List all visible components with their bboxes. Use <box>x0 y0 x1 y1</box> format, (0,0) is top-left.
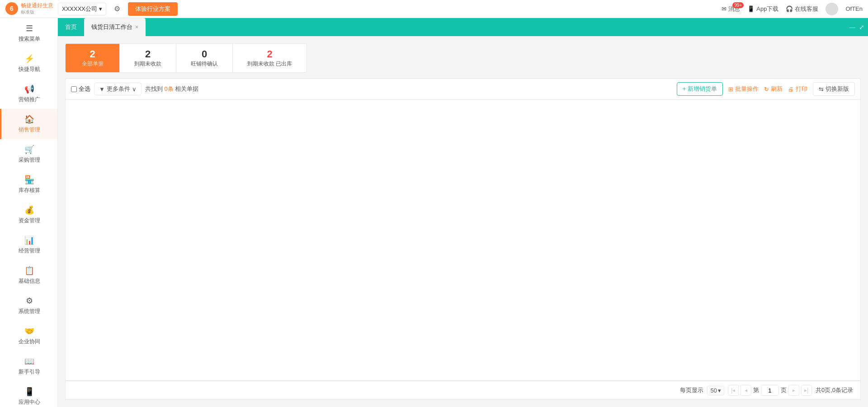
guide-label: 新手引导 <box>19 368 40 376</box>
tab-bar: 首页 钱货日清工作台 × — ⤢ <box>58 18 868 36</box>
stat-label-1: 到期未收款 <box>134 60 161 68</box>
app-download-button[interactable]: 📱 App下载 <box>747 5 778 13</box>
trial-button[interactable]: 体验行业方案 <box>128 2 178 16</box>
print-button[interactable]: 🖨 打印 <box>788 85 807 93</box>
main-layout: ☰搜索菜单⚡快捷导航📢营销推广🏠销售管理🛒采购管理🏪库存核算💰资金管理📊经营管理… <box>0 18 868 407</box>
select-all-checkbox[interactable]: 全选 <box>71 85 90 93</box>
chevron-down-icon: ▾ <box>718 387 721 394</box>
chevron-down-icon: ▾ <box>99 5 102 12</box>
gear-icon: ⚙ <box>114 5 120 13</box>
stat-tab-3[interactable]: 2到期未收款 已出库 <box>233 44 307 72</box>
sales-label: 销售管理 <box>19 126 40 134</box>
sidebar-item-guide[interactable]: 📖新手引导 <box>0 351 57 381</box>
batch-action-button[interactable]: ⊞ 批量操作 <box>728 85 759 93</box>
batch-icon: ⊞ <box>728 86 733 93</box>
stat-tab-2[interactable]: 0旺铺待确认 <box>176 44 233 72</box>
pagination-bar: 每页显示 50 ▾ |◂ ◂ 第 页 ▸ ▸| 共0页,0条记录 <box>65 381 861 400</box>
stat-label-2: 旺铺待确认 <box>191 60 218 68</box>
finance-icon: 💰 <box>24 205 34 215</box>
avatar[interactable] <box>826 3 838 15</box>
sidebar: ☰搜索菜单⚡快捷导航📢营销推广🏠销售管理🛒采购管理🏪库存核算💰资金管理📊经营管理… <box>0 18 58 407</box>
tab-workbench[interactable]: 钱货日清工作台 × <box>84 18 146 36</box>
close-tab-icon[interactable]: × <box>135 24 138 30</box>
content-area: 首页 钱货日清工作台 × — ⤢ 2全部单据2到期未收款0旺铺待确认2到期未收款… <box>58 18 868 407</box>
quick-nav-icon: ⚡ <box>24 54 34 64</box>
last-page-button[interactable]: ▸| <box>801 385 812 396</box>
sidebar-item-quick-nav[interactable]: ⚡快捷导航 <box>0 48 57 79</box>
table-area <box>65 100 861 381</box>
sidebar-item-system[interactable]: ⚙系统管理 <box>0 290 57 321</box>
print-icon: 🖨 <box>788 86 794 93</box>
online-service-button[interactable]: 🎧 在线客服 <box>786 5 818 13</box>
stat-label-0: 全部单据 <box>82 60 104 68</box>
logo-icon: 6 <box>5 2 18 15</box>
purchase-icon: 🛒 <box>24 145 34 154</box>
page-size-selector[interactable]: 50 ▾ <box>707 386 724 395</box>
guide-icon: 📖 <box>24 356 34 366</box>
sidebar-item-finance[interactable]: 💰资金管理 <box>0 200 57 230</box>
message-icon: ✉ <box>722 5 726 12</box>
stat-tab-0[interactable]: 2全部单据 <box>66 44 120 72</box>
app-center-icon: 📱 <box>24 387 34 397</box>
system-label: 系统管理 <box>19 308 40 315</box>
sidebar-item-basic-info[interactable]: 📋基础信息 <box>0 260 57 290</box>
company-selector[interactable]: XXXXXX公司 ▾ <box>58 3 106 15</box>
stat-label-3: 到期未收款 已出库 <box>247 60 292 68</box>
basic-info-label: 基础信息 <box>19 277 40 285</box>
top-bar-right: ✉ 消息 99+ 📱 App下载 🎧 在线客服 OfTEn <box>722 3 863 15</box>
next-page-button[interactable]: ▸ <box>788 385 799 396</box>
sidebar-item-sales[interactable]: 🏠销售管理 <box>0 109 57 139</box>
sidebar-item-app-center[interactable]: 📱应用中心 <box>0 381 57 407</box>
system-icon: ⚙ <box>26 296 33 306</box>
sidebar-item-cooperation[interactable]: 🤝企业协同 <box>0 321 57 351</box>
stat-num-0: 2 <box>90 48 95 60</box>
filter-button[interactable]: ▼ 更多条件 ∨ <box>94 83 142 95</box>
logo-text: 畅捷通好生意 <box>21 2 53 9</box>
stat-num-3: 2 <box>267 48 273 60</box>
refresh-button[interactable]: ↻ 刷新 <box>764 85 783 93</box>
logo-area: 6 畅捷通好生意 标准版 <box>5 2 53 15</box>
sales-icon: 🏠 <box>24 114 34 124</box>
sidebar-item-inventory[interactable]: 🏪库存核算 <box>0 169 57 200</box>
stat-num-1: 2 <box>145 48 151 60</box>
operations-icon: 📊 <box>24 235 34 245</box>
sidebar-item-search-menu[interactable]: ☰搜索菜单 <box>0 18 57 48</box>
inventory-label: 库存核算 <box>19 187 40 194</box>
page-input[interactable] <box>761 385 779 396</box>
first-page-button[interactable]: |◂ <box>728 385 739 396</box>
chevron-down-icon: ∨ <box>132 86 137 93</box>
stat-tab-1[interactable]: 2到期未收款 <box>120 44 176 72</box>
toolbar: 全选 ▼ 更多条件 ∨ 共找到 0条 相关单据 + 新增销货单 <box>65 78 861 100</box>
operations-label: 经营管理 <box>19 247 40 255</box>
tab-bar-actions: — ⤢ <box>849 23 868 31</box>
inventory-icon: 🏪 <box>24 175 34 185</box>
select-all-input[interactable] <box>71 86 77 92</box>
found-text: 共找到 0条 相关单据 <box>145 85 198 93</box>
page-nav: |◂ ◂ 第 页 ▸ ▸| <box>728 385 812 396</box>
switch-version-button[interactable]: ⇆ 切换新版 <box>813 82 855 96</box>
top-bar-left: 6 畅捷通好生意 标准版 XXXXXX公司 ▾ ⚙ 体验行业方案 <box>5 2 178 16</box>
messages-button[interactable]: ✉ 消息 99+ <box>722 5 740 13</box>
new-sales-order-button[interactable]: + 新增销货单 <box>677 82 723 96</box>
quick-nav-label: 快捷导航 <box>19 65 40 73</box>
sidebar-item-purchase[interactable]: 🛒采购管理 <box>0 139 57 169</box>
toolbar-right: + 新增销货单 ⊞ 批量操作 ↻ 刷新 🖨 打印 ⇆ <box>677 82 855 96</box>
prev-page-button[interactable]: ◂ <box>741 385 751 396</box>
maximize-icon[interactable]: ⤢ <box>859 23 864 31</box>
tab-home[interactable]: 首页 <box>58 18 84 36</box>
finance-label: 资金管理 <box>19 217 40 225</box>
switch-icon: ⇆ <box>819 86 824 93</box>
stat-num-2: 0 <box>202 48 207 60</box>
minimize-icon[interactable]: — <box>849 23 855 31</box>
app-center-label: 应用中心 <box>19 398 40 406</box>
search-menu-icon: ☰ <box>26 23 33 33</box>
purchase-label: 采购管理 <box>19 156 40 164</box>
sidebar-item-marketing[interactable]: 📢营销推广 <box>0 79 57 109</box>
marketing-icon: 📢 <box>24 84 34 94</box>
filter-icon: ▼ <box>99 86 105 93</box>
toolbar-left: 全选 ▼ 更多条件 ∨ 共找到 0条 相关单据 <box>71 83 673 95</box>
sidebar-item-operations[interactable]: 📊经营管理 <box>0 230 57 260</box>
settings-icon-btn[interactable]: ⚙ <box>111 3 123 15</box>
search-menu-label: 搜索菜单 <box>19 35 40 43</box>
download-icon: 📱 <box>747 5 755 12</box>
